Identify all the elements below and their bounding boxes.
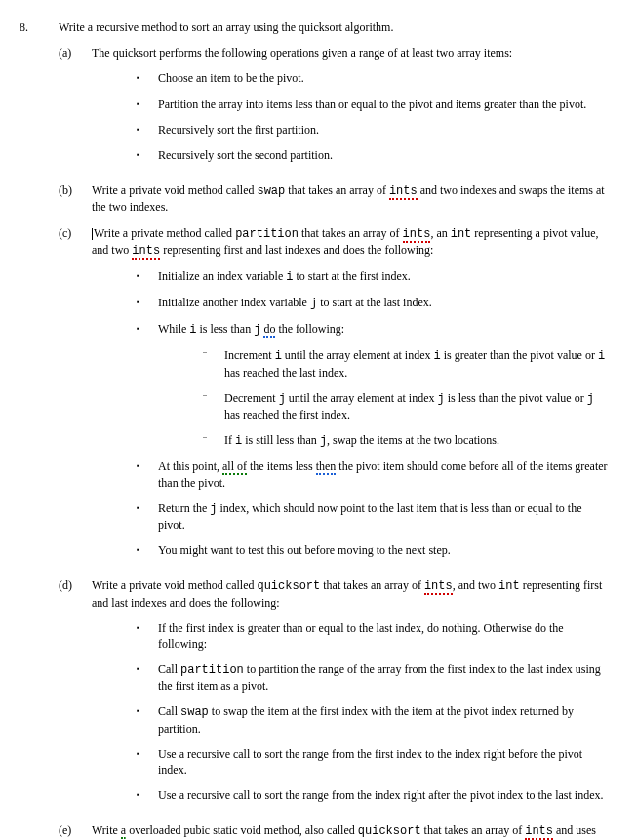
text: is greater than the pivot value or [441, 348, 598, 362]
code-i: i [598, 349, 605, 363]
sub-a-intro: The quicksort performs the following ope… [92, 45, 608, 60]
list-item: Return the j index, which should now poi… [131, 500, 608, 533]
text: that takes an array of [320, 579, 424, 592]
text: index, which should now point to the las… [158, 501, 581, 532]
text: has reached the first index. [224, 408, 350, 421]
text: that takes an array of [299, 226, 403, 240]
text: until the array element at index [286, 391, 438, 405]
text: Return the [158, 501, 210, 515]
list-item: You might want to test this out before m… [131, 542, 608, 558]
code-i: i [189, 323, 196, 337]
text: the items less [247, 460, 316, 473]
list-item: If the first index is greater than or eq… [131, 620, 608, 652]
code-ints: ints [403, 227, 431, 243]
list-item: Call swap to swap the item at the first … [131, 703, 608, 736]
text: Write a private void method called [92, 579, 257, 592]
flag-allof: all of [222, 460, 247, 475]
code-ints: ints [389, 184, 418, 200]
text: that takes an array of [421, 823, 526, 837]
sub-b: (b) Write a private void method called s… [59, 182, 608, 215]
question-number: 8. [20, 20, 39, 35]
text: Call [158, 704, 180, 718]
sub-e: (e) Write a overloaded pubic static void… [59, 822, 608, 840]
list-item: Increment i until the array element at i… [197, 347, 608, 380]
sub-d-intro: Write a private void method called quick… [92, 578, 608, 610]
text: that takes an array of [285, 183, 389, 197]
text: is still less than [242, 433, 320, 447]
code-ints: ints [132, 244, 160, 260]
code-i: i [275, 349, 282, 363]
text-cursor [92, 228, 93, 240]
code-ints: ints [525, 824, 553, 840]
text: , and two [453, 579, 498, 592]
text: Decrement [224, 391, 279, 405]
code-int: int [451, 227, 472, 241]
code-partition: partition [235, 227, 299, 241]
code-partition: partition [180, 663, 244, 677]
list-item: Use a recursive call to sort the range f… [131, 746, 608, 778]
code-j: j [279, 392, 286, 406]
text: Write [92, 823, 121, 837]
text: While [158, 322, 189, 336]
text: Call [158, 662, 180, 676]
sub-d: (d) Write a private void method called q… [59, 578, 608, 813]
code-quicksort: quicksort [358, 824, 421, 838]
sub-a-list: Choose an item to be the pivot. Partitio… [131, 70, 608, 163]
list-item: Use a recursive call to sort the range f… [131, 787, 608, 803]
code-j: j [320, 434, 327, 448]
text: representing first and last indexes and … [160, 243, 433, 257]
text: overloaded pubic static void method, als… [126, 823, 358, 837]
sub-a: (a) The quicksort performs the following… [59, 45, 608, 173]
code-swap: swap [257, 184, 285, 198]
code-j: j [437, 392, 444, 406]
code-j: j [587, 392, 594, 406]
text: Initialize another index variable [158, 296, 310, 309]
text: Increment [224, 348, 275, 362]
text: to start at the last index. [317, 296, 432, 309]
text: If [224, 433, 235, 447]
list-item: Recursively sort the first partition. [131, 122, 608, 138]
code-quicksort: quicksort [257, 580, 320, 593]
code-i: i [433, 349, 440, 363]
list-item: At this point, all of the items less the… [131, 459, 608, 490]
list-item: Initialize an index variable i to start … [131, 268, 608, 285]
list-item: Initialize another index variable j to s… [131, 295, 608, 311]
sub-letter: (d) [59, 578, 78, 813]
sub-body: Write a overloaded pubic static void met… [92, 822, 608, 840]
text: Write a private method called [94, 226, 235, 240]
list-item: Choose an item to be the pivot. [131, 70, 608, 86]
sub-letter: (e) [59, 822, 78, 840]
list-item: If i is still less than j, swap the item… [197, 432, 608, 449]
text: the following: [275, 322, 344, 336]
text: is less than [197, 322, 255, 336]
text: Initialize an index variable [158, 269, 286, 283]
question-row: 8. Write a recursive method to sort an a… [20, 20, 608, 35]
text: to start at the first index. [293, 269, 410, 283]
code-j: j [254, 323, 260, 337]
sub-c: (c) Write a private method called partit… [59, 225, 608, 569]
sub-letter: (a) [59, 45, 78, 173]
code-j: j [210, 502, 217, 516]
code-swap: swap [180, 705, 209, 719]
text: has reached the last index. [224, 366, 347, 380]
code-ints: ints [424, 580, 453, 595]
sub-d-list: If the first index is greater than or eq… [131, 620, 608, 804]
text: to swap the item at the first index with… [158, 704, 574, 735]
question-text: Write a recursive method to sort an arra… [59, 20, 393, 35]
sub-c-sublist: Increment i until the array element at i… [197, 347, 608, 449]
sub-c-intro: Write a private method called partition … [92, 225, 608, 259]
sub-body: The quicksort performs the following ope… [92, 45, 608, 173]
flag-then: then [316, 460, 337, 475]
list-item: Recursively sort the second partition. [131, 147, 608, 163]
sub-letter: (c) [59, 225, 78, 569]
sub-body: Write a private method called partition … [92, 225, 608, 569]
text: Write a private void method called [92, 183, 257, 197]
list-item: Call partition to partition the range of… [131, 661, 608, 694]
flag-do: do [263, 322, 275, 338]
code-int: int [498, 580, 520, 593]
sub-c-list: Initialize an index variable i to start … [131, 268, 608, 558]
text: , an [430, 226, 450, 240]
sub-body: Write a private void method called swap … [92, 182, 608, 215]
text: At this point, [158, 460, 222, 473]
text: , swap the items at the two locations. [327, 433, 499, 447]
